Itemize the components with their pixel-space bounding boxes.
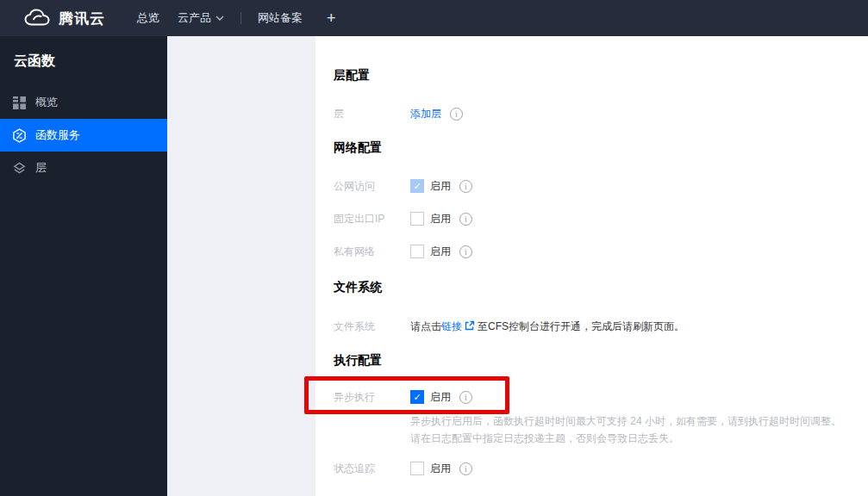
section-title-network-config: 网络配置: [334, 140, 382, 156]
sidebar-item-label: 概览: [35, 95, 58, 110]
section-title-layer-config: 层配置: [334, 68, 370, 84]
info-icon[interactable]: [459, 245, 472, 258]
field-label-status-trace: 状态追踪: [334, 462, 410, 476]
info-icon[interactable]: [459, 391, 472, 404]
layers-icon: [12, 161, 27, 176]
add-layer-link[interactable]: 添加层: [410, 107, 441, 121]
enable-label: 启用: [430, 390, 451, 405]
info-icon[interactable]: [459, 213, 472, 226]
field-label-public-access: 公网访问: [334, 179, 410, 194]
cloud-logo-icon: [23, 9, 51, 28]
nav-divider: [240, 12, 241, 24]
hexagon-function-icon: [12, 128, 27, 143]
field-label-file-system: 文件系统: [334, 319, 410, 334]
sidebar-item-overview[interactable]: 概览: [0, 86, 167, 119]
async-execution-help-text: 异步执行启用后，函数执行超时时间最大可支持 24 小时，如有需要，请到执行超时时…: [410, 412, 863, 447]
public-access-row: 公网访问 启用: [334, 178, 472, 194]
fixed-ip-checkbox[interactable]: [410, 212, 424, 226]
enable-label: 启用: [430, 245, 451, 259]
info-icon[interactable]: [459, 180, 472, 193]
field-label-fixed-ip: 固定出口IP: [334, 212, 410, 226]
async-execution-checkbox[interactable]: [410, 390, 424, 404]
enable-label: 启用: [430, 179, 451, 194]
external-link-icon: [465, 320, 475, 331]
field-label-async-execution: 异步执行: [334, 390, 410, 405]
chevron-down-icon: [215, 16, 224, 21]
sidebar-item-label: 层: [35, 160, 47, 176]
nav-item-products[interactable]: 云产品: [178, 10, 224, 26]
layer-row: 层 添加层: [334, 106, 463, 121]
nav-item-overview[interactable]: 总览: [137, 10, 159, 26]
status-trace-checkbox[interactable]: [410, 462, 424, 475]
sidebar-menu: 概览 函数服务 层: [0, 86, 167, 184]
info-icon[interactable]: [459, 462, 472, 475]
public-access-checkbox: [410, 179, 424, 193]
sidebar: 云函数 概览 函数服务: [0, 36, 167, 496]
async-execution-row: 异步执行 启用: [334, 389, 472, 405]
brand-name: 腾讯云: [59, 9, 105, 28]
enable-label: 启用: [430, 212, 451, 226]
topbar: 腾讯云 总览 云产品 网站备案 +: [0, 0, 868, 36]
grid-overview-icon: [12, 96, 27, 110]
file-system-row: 文件系统 请点击链接至CFS控制台进行开通，完成后请刷新页面。: [334, 319, 684, 334]
field-label-private-network: 私有网络: [334, 245, 410, 259]
brand[interactable]: 腾讯云: [23, 9, 105, 28]
sidebar-item-function-service[interactable]: 函数服务: [0, 119, 167, 152]
sidebar-item-label: 函数服务: [35, 127, 80, 143]
private-network-row: 私有网络 启用: [334, 244, 472, 259]
enable-label: 启用: [430, 462, 451, 476]
status-trace-row: 状态追踪 启用: [334, 461, 472, 476]
fixed-ip-row: 固定出口IP 启用: [334, 211, 472, 226]
sidebar-title: 云函数: [14, 53, 167, 71]
file-system-hint: 请点击链接至CFS控制台进行开通，完成后请刷新页面。: [410, 319, 684, 334]
secondary-panel: [167, 36, 315, 496]
field-label-layer: 层: [334, 107, 410, 121]
section-title-file-system: 文件系统: [334, 280, 382, 295]
sidebar-item-layers[interactable]: 层: [0, 152, 167, 184]
private-network-checkbox[interactable]: [410, 245, 424, 258]
info-icon[interactable]: [450, 108, 463, 121]
add-tab-button[interactable]: +: [327, 9, 336, 28]
section-title-execution-config: 执行配置: [334, 353, 382, 369]
cfs-link[interactable]: 链接: [441, 320, 462, 332]
nav-item-beian[interactable]: 网站备案: [258, 10, 303, 26]
